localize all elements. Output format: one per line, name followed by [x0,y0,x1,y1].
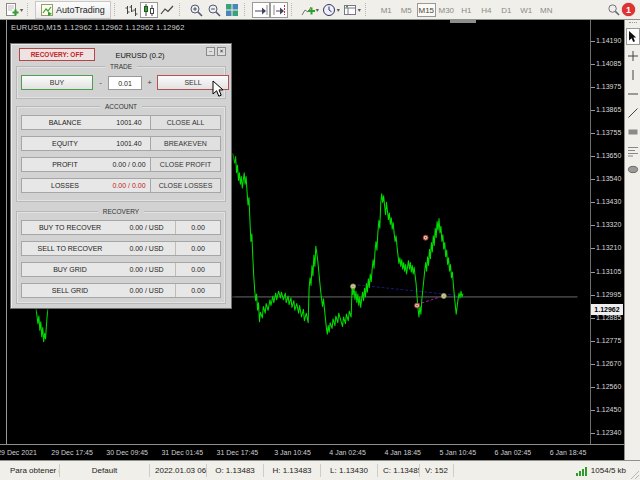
chevron-down-icon[interactable]: ▾ [316,6,319,13]
account-row-value: 0.00 / 0.00 [108,179,150,192]
price-tick-label: 1.13540 [596,175,621,182]
crosshair-tool[interactable] [626,47,640,64]
periods-button[interactable] [320,2,338,18]
toolbar-grip [629,22,637,25]
lot-increase-button[interactable]: + [146,78,153,87]
timeframe-d1[interactable]: D1 [497,3,516,17]
price-tick-label: 1.14190 [596,37,621,44]
status-segment-6: C: 1.13485 [378,464,420,477]
recovery-row-value2: 0.00 [175,263,220,276]
bar-chart-icon [124,3,138,17]
zoom-out-icon [207,3,221,17]
candlestick-chart-icon [142,3,156,17]
trendline-tool[interactable] [626,104,640,121]
ellipse-tool[interactable] [626,161,640,178]
recovery-toggle-button[interactable]: RECOVERY: OFF [19,48,95,61]
chevron-down-icon[interactable]: ▾ [20,6,23,13]
cursor-tool[interactable] [626,28,640,45]
tile-windows-icon [225,3,239,17]
account-section: ACCOUNT BALANCE1001.40CLOSE ALLEQUITY100… [16,106,226,202]
time-tick-label: 29 Dec 17:45 [51,449,93,456]
account-row: LOSSES0.00 / 0.00CLOSE LOSSES [21,178,221,193]
timeframe-m30[interactable]: M30 [437,3,456,17]
mt4-window: ▾ AutoTrading [0,0,640,480]
recovery-row-label: SELL TO RECOVER [22,242,118,255]
vertical-line-tool[interactable] [626,66,640,83]
trade-section: TRADE BUY - 0.01 + SELL [16,66,226,99]
recovery-row-value2: 0.00 [175,221,220,234]
timeframe-mn[interactable]: MN [537,3,556,17]
account-row-value: 1001.40 [108,116,150,129]
price-tick-label: 1.12995 [596,291,621,298]
time-tick-label: 3 Jan 10:45 [274,449,311,456]
sell-button[interactable]: SELL [157,75,229,90]
connection-bars-icon [576,466,587,476]
candlestick-chart-button[interactable] [140,2,158,18]
time-tick-label: 4 Jan 18:45 [384,449,421,456]
lot-size-field[interactable]: 0.01 [108,76,142,90]
templates-button[interactable] [341,2,359,18]
status-segment-5: L: 1.13430 [321,464,378,477]
chevron-down-icon[interactable]: ▾ [337,6,340,13]
chart-shift-button[interactable] [270,2,288,18]
close-profit-button[interactable]: CLOSE PROFIT [150,158,220,171]
autotrading-button[interactable]: AutoTrading [35,1,111,19]
time-axis: 29 Dec 202129 Dec 17:4530 Dec 09:4531 De… [0,444,624,460]
search-icon [607,3,620,16]
top-toolbar: ▾ AutoTrading [0,0,640,20]
timeframe-m1[interactable]: M1 [377,3,396,17]
fibonacci-retracement-tool[interactable] [626,142,640,159]
price-tick-label: 1.13320 [596,221,621,228]
recovery-row-value: 0.00 / USD [118,242,175,255]
recovery-row-label: SELL GRID [22,284,118,297]
line-chart-icon [160,3,174,17]
zoom-in-button[interactable] [187,2,205,18]
recovery-row-value: 0.00 / USD [118,263,175,276]
account-row: BALANCE1001.40CLOSE ALL [21,115,221,130]
account-row-label: LOSSES [22,179,108,192]
connection-status: 1054/5 kb [571,464,640,477]
price-tick-label: 1.12670 [596,360,621,367]
price-tick-label: 1.13105 [596,268,621,275]
panel-minimize-button[interactable]: – [206,47,215,56]
recovery-row-label: BUY GRID [22,263,118,276]
horizontal-line-tool[interactable] [626,85,640,102]
buy-button[interactable]: BUY [21,75,93,90]
close-all-button[interactable]: CLOSE ALL [150,116,220,129]
tile-windows-button[interactable] [223,2,241,18]
zoom-out-button[interactable] [205,2,223,18]
lot-decrease-button[interactable]: - [97,78,104,87]
breakeven-button[interactable]: BREAKEVEN [150,137,220,150]
recovery-row-label: BUY TO RECOVER [22,221,118,234]
account-row-value: 0.00 / 0.00 [108,158,150,171]
new-order-button[interactable] [3,2,21,18]
search-button[interactable] [604,2,622,18]
timeframe-w1[interactable]: W1 [517,3,536,17]
indicators-button[interactable] [299,2,317,18]
price-tick-label: 1.13430 [596,198,621,205]
bar-chart-button[interactable] [122,2,140,18]
price-tick-label: 1.12340 [596,429,621,436]
account-row-label: BALANCE [22,116,108,129]
price-axis: 1.12962 1.141901.140851.139751.138651.13… [591,20,624,444]
panel-close-button[interactable]: ✕ [217,47,226,56]
recovery-row: BUY TO RECOVER0.00 / USD0.00 [21,220,221,235]
timeframe-m15[interactable]: M15 [417,3,436,17]
timeframe-m5[interactable]: M5 [397,3,416,17]
account-row-value: 1001.40 [108,137,150,150]
chevron-down-icon[interactable]: ▾ [358,6,361,13]
auto-scroll-button[interactable] [252,2,270,18]
zoom-in-icon [189,3,203,17]
equidistant-channel-tool[interactable] [626,123,640,140]
templates-icon [343,3,357,17]
notification-badge[interactable]: 1 [622,3,635,16]
close-losses-button[interactable]: CLOSE LOSSES [150,179,220,192]
status-segment-7: V: 152 [420,464,454,477]
timeframe-h1[interactable]: H1 [457,3,476,17]
price-tick-label: 1.13650 [596,152,621,159]
line-chart-button[interactable] [158,2,176,18]
toolbar-separator [244,3,249,16]
timeframe-h4[interactable]: H4 [477,3,496,17]
time-tick-label: 5 Jan 10:45 [440,449,477,456]
time-tick-label: 6 Jan 18:45 [550,449,587,456]
